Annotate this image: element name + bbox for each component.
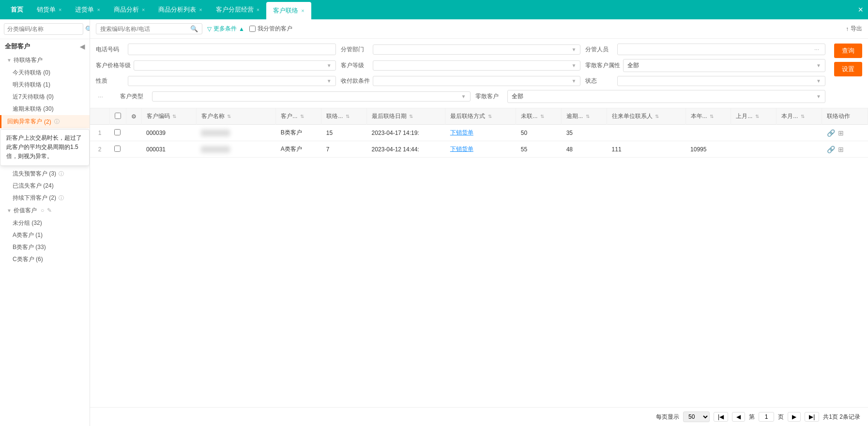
- close-product-analysis-list-tab[interactable]: ×: [199, 7, 202, 13]
- link-icon-1[interactable]: 🔗: [827, 129, 835, 137]
- first-page-btn[interactable]: |◀: [714, 412, 728, 422]
- prev-page-btn[interactable]: ◀: [732, 412, 745, 422]
- search-icon: 🔍: [190, 25, 198, 32]
- settings-button[interactable]: 设置: [834, 62, 862, 76]
- col-last-contact-date[interactable]: 最后联络日期 ⇅: [367, 108, 445, 125]
- export-button[interactable]: ↑ 导出: [846, 25, 862, 33]
- price-grade-label: 客户价格等级: [96, 61, 131, 70]
- nav-product-analysis-list[interactable]: 商品分析列表 ×: [152, 0, 209, 19]
- close-sales-tab[interactable]: ×: [59, 7, 61, 13]
- row-checkbox-1[interactable]: [109, 125, 126, 141]
- retail-customer-select[interactable]: 全部 ▼: [507, 90, 826, 103]
- nav-customer-contact[interactable]: 客户联络 ×: [266, 2, 311, 19]
- link-icon-2[interactable]: 🔗: [827, 146, 835, 153]
- grid-icon-1[interactable]: ⊞: [838, 129, 844, 137]
- sidebar-item-today[interactable]: 今天待联络 (0): [0, 67, 90, 79]
- filter-retail-attr: 零散客户属性 全部 ▼: [585, 59, 825, 72]
- dept-select[interactable]: ▼: [373, 44, 581, 55]
- row-check-2[interactable]: [114, 146, 121, 152]
- sidebar-item-ungrouped[interactable]: 未分组 (32): [0, 217, 90, 229]
- grid-icon-2[interactable]: ⊞: [838, 146, 844, 153]
- sidebar-item-declining[interactable]: 持续下滑客户 (2) ⓘ: [0, 192, 90, 204]
- nav-customer-segment[interactable]: 客户分层经营 ×: [209, 0, 266, 19]
- row-lastmonth-1: [731, 125, 777, 141]
- pending-contact-title[interactable]: ▼ 待联络客户: [0, 54, 90, 67]
- last-page-btn[interactable]: ▶|: [805, 412, 819, 422]
- col-this-year[interactable]: 本年... ⇅: [685, 108, 731, 125]
- all-customers-title[interactable]: 全部客户 ◀: [0, 39, 90, 54]
- nav-sales[interactable]: 销货单 ×: [30, 0, 68, 19]
- col-customer-type[interactable]: 客户... ⇅: [276, 108, 321, 125]
- close-customer-segment-tab[interactable]: ×: [257, 7, 259, 13]
- my-customers-checkbox[interactable]: 我分管的客户: [249, 25, 292, 33]
- col-overdue[interactable]: 逾期... ⇅: [562, 108, 607, 125]
- close-customer-contact-tab[interactable]: ×: [301, 8, 304, 14]
- customer-type-arrow-icon: ▼: [461, 94, 466, 99]
- status-select[interactable]: ▼: [617, 76, 825, 86]
- row-index-1: 1: [90, 125, 109, 141]
- sidebar-item-repurchase-abnormal[interactable]: 回购异常客户 (2) ⓘ: [0, 115, 90, 128]
- manager-dots[interactable]: ···: [812, 46, 821, 53]
- filter-customer-type: 客户类型 ▼: [120, 91, 471, 102]
- manager-select[interactable]: ···: [617, 44, 825, 55]
- sidebar-item-7days[interactable]: 近7天待联络 (0): [0, 91, 90, 103]
- circle-icon: ○: [41, 207, 44, 214]
- main-search-input[interactable]: [100, 26, 188, 32]
- col-this-month[interactable]: 本月... ⇅: [777, 108, 822, 125]
- col-customer-code[interactable]: 客户编码 ⇅: [141, 108, 196, 125]
- more-filter-dots[interactable]: ···: [96, 93, 105, 100]
- row-settings-1: [126, 125, 141, 141]
- col-not-contacted[interactable]: 未联... ⇅: [516, 108, 562, 125]
- filter-payment: 收付款条件 ▼: [341, 76, 581, 86]
- collapse-icon[interactable]: ◀: [80, 43, 85, 50]
- col-unit-contact[interactable]: 往来单位联系人 ⇅: [607, 108, 686, 125]
- payment-arrow-icon: ▼: [571, 78, 576, 84]
- per-page-select[interactable]: 10 20 50 100: [683, 411, 710, 422]
- phone-input[interactable]: [128, 44, 336, 55]
- arrow-icon: ▼: [7, 58, 12, 63]
- col-last-month[interactable]: 上月... ⇅: [731, 108, 777, 125]
- sidebar-item-b-class[interactable]: B类客户 (33): [0, 241, 90, 253]
- info-icon-2: ⓘ: [59, 171, 64, 176]
- arrow-icon-2: ▼: [7, 208, 12, 213]
- sidebar-item-overdue[interactable]: 逾期未联络 (30): [0, 103, 90, 115]
- edit-icon[interactable]: ✎: [47, 207, 52, 214]
- col-customer-name[interactable]: 客户名称 ⇅: [196, 108, 276, 125]
- col-contact[interactable]: 联络... ⇅: [321, 108, 367, 125]
- nav-home[interactable]: 首页: [4, 0, 30, 19]
- page-input[interactable]: [759, 412, 774, 422]
- sidebar-search-button[interactable]: 🔍: [85, 26, 90, 33]
- row-thisyear-1: [685, 125, 731, 141]
- sidebar-item-lost-preview[interactable]: 流失预警客户 (3) ⓘ: [0, 168, 90, 180]
- row-checkbox-2[interactable]: [109, 141, 126, 158]
- customer-grade-select[interactable]: ▼: [373, 60, 581, 71]
- filter-buttons: 查询 设置: [834, 44, 862, 76]
- next-page-btn[interactable]: ▶: [788, 412, 801, 422]
- more-conditions-btn[interactable]: ▽ 更多条件 ▲: [207, 25, 244, 33]
- main-toolbar: 🔍 ▽ 更多条件 ▲ 我分管的客户 ↑ 导出: [90, 19, 868, 39]
- value-customers-title[interactable]: ▼ 价值客户 ○ ✎: [0, 204, 90, 217]
- retail-attr-select[interactable]: 全部 ▼: [623, 59, 825, 72]
- row-method-1[interactable]: 下销货单: [445, 125, 516, 141]
- row-check-1[interactable]: [114, 129, 121, 135]
- sidebar-search-input[interactable]: [4, 23, 83, 35]
- select-all-checkbox[interactable]: [115, 113, 121, 119]
- price-grade-select[interactable]: ▼: [134, 60, 336, 71]
- payment-select[interactable]: ▼: [373, 76, 581, 86]
- sidebar-item-c-class[interactable]: C类客户 (6): [0, 253, 90, 265]
- sidebar-item-tomorrow[interactable]: 明天待联络 (1): [0, 79, 90, 91]
- query-button[interactable]: 查询: [834, 44, 862, 58]
- gender-select[interactable]: ▼: [128, 76, 336, 86]
- close-purchase-tab[interactable]: ×: [97, 7, 100, 13]
- sidebar-item-lost[interactable]: 已流失客户 (24): [0, 180, 90, 192]
- my-customers-check[interactable]: [249, 26, 256, 32]
- nav-purchase[interactable]: 进货单 ×: [68, 0, 107, 19]
- col-settings[interactable]: ⚙: [126, 108, 141, 125]
- close-all-tabs[interactable]: ×: [858, 5, 863, 15]
- col-last-contact-method[interactable]: 最后联络方式 ⇅: [445, 108, 516, 125]
- nav-product-analysis[interactable]: 商品分析 ×: [107, 0, 152, 19]
- customer-type-select[interactable]: ▼: [152, 91, 471, 102]
- row-method-2[interactable]: 下销货单: [445, 141, 516, 158]
- sidebar-item-a-class[interactable]: A类客户 (1): [0, 229, 90, 241]
- close-product-analysis-tab[interactable]: ×: [142, 7, 145, 13]
